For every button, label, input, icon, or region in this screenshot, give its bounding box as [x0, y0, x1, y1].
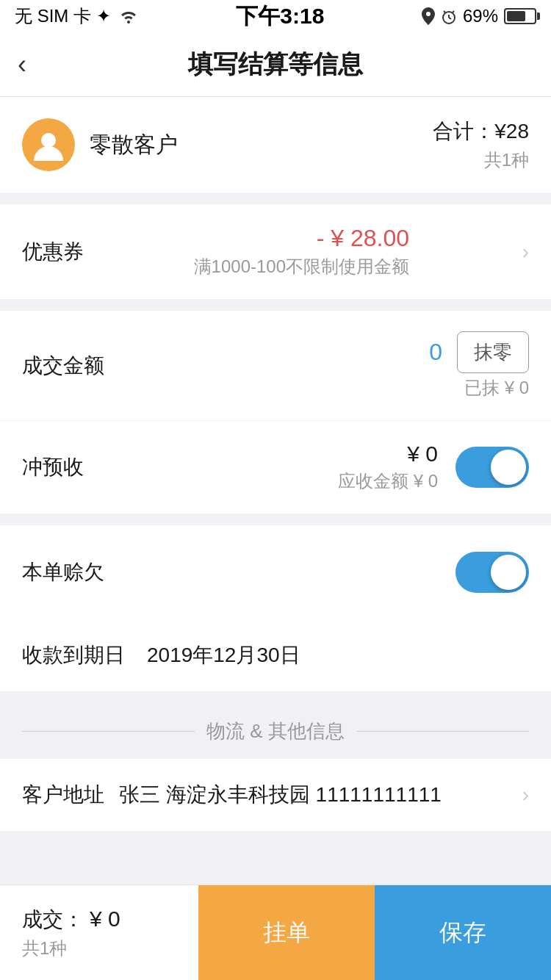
amount-value: 0 [429, 339, 442, 366]
amount-row: 成交金额 0 抹零 已抹 ¥ 0 [0, 311, 551, 421]
status-time: 下午3:18 [236, 1, 324, 32]
customer-total: 合计：¥28 共1种 [433, 118, 529, 172]
wifi-icon [118, 9, 139, 24]
prepay-toggle[interactable] [455, 447, 529, 488]
summary-deal: 成交： ¥ 0 [22, 906, 176, 934]
page-title: 填写结算等信息 [188, 48, 363, 82]
prepay-label: 冲预收 [22, 453, 84, 481]
nav-bar: ‹ 填写结算等信息 [0, 32, 551, 97]
coupon-value: - ¥ 28.00 [194, 225, 409, 252]
content: 零散客户 合计：¥28 共1种 优惠券 - ¥ 28.00 满1000-100不… [0, 97, 551, 938]
location-icon [422, 7, 435, 25]
address-value: 张三 海淀永丰科技园 11111111111 [119, 781, 519, 809]
status-left: 无 SIM 卡 ✦ [15, 4, 139, 28]
sim-label: 无 SIM 卡 ✦ [15, 4, 111, 28]
amount-sub: 已抹 ¥ 0 [464, 376, 529, 400]
address-row[interactable]: 客户地址 张三 海淀永丰科技园 11111111111 › [0, 759, 551, 831]
credit-row: 本单赊欠 [0, 525, 551, 619]
total-count: 共1种 [433, 148, 529, 172]
svg-point-3 [41, 133, 56, 148]
due-date-section: 收款到期日 2019年12月30日 [0, 619, 551, 692]
due-date-value: 2019年12月30日 [147, 641, 300, 669]
hold-button[interactable]: 挂单 [198, 885, 375, 980]
customer-left: 零散客户 [22, 118, 178, 171]
credit-toggle[interactable] [455, 552, 529, 593]
amount-section: 成交金额 0 抹零 已抹 ¥ 0 冲预收 ¥ 0 应收金额 ¥ 0 [0, 311, 551, 514]
bottom-actions: 挂单 保存 [198, 885, 551, 980]
prepay-right: ¥ 0 应收金额 ¥ 0 [338, 442, 529, 493]
battery-icon [504, 8, 536, 24]
toggle-knob [491, 450, 526, 485]
prepay-amount: ¥ 0 [338, 442, 438, 466]
prepay-sub: 应收金额 ¥ 0 [338, 469, 438, 493]
user-icon [32, 129, 65, 161]
divider-line-left [22, 731, 195, 732]
back-button[interactable]: ‹ [18, 49, 26, 80]
deal-label: 成交： [22, 906, 84, 934]
credit-label: 本单赊欠 [22, 558, 104, 586]
prepay-row: 冲预收 ¥ 0 应收金额 ¥ 0 [0, 421, 551, 514]
coupon-right: - ¥ 28.00 满1000-100不限制使用金额 [194, 225, 409, 278]
logistics-divider: 物流 & 其他信息 [0, 704, 551, 759]
coupon-label: 优惠券 [22, 238, 84, 266]
summary-count: 共1种 [22, 937, 176, 960]
deal-amount: ¥ 0 [90, 907, 120, 932]
amount-right: 0 抹零 [429, 331, 529, 373]
bottom-bar: 成交： ¥ 0 共1种 挂单 保存 [0, 884, 551, 980]
status-bar: 无 SIM 卡 ✦ 下午3:18 69% [0, 0, 551, 32]
address-section: 客户地址 张三 海淀永丰科技园 11111111111 › [0, 759, 551, 831]
alarm-icon [441, 8, 457, 24]
address-chevron: › [519, 783, 529, 807]
coupon-desc: 满1000-100不限制使用金额 [194, 255, 409, 278]
customer-row: 零散客户 合计：¥28 共1种 [0, 97, 551, 192]
svg-line-2 [449, 18, 451, 19]
bottom-summary: 成交： ¥ 0 共1种 [0, 906, 198, 960]
status-right: 69% [422, 6, 536, 26]
prepay-amount-block: ¥ 0 应收金额 ¥ 0 [338, 442, 438, 493]
toggle-knob-credit [491, 555, 526, 590]
logistics-label: 物流 & 其他信息 [206, 718, 345, 744]
address-chevron-icon: › [522, 783, 529, 807]
amount-label: 成交金额 [22, 352, 104, 380]
avatar [22, 118, 75, 171]
round-button[interactable]: 抹零 [457, 331, 529, 373]
coupon-row[interactable]: 优惠券 - ¥ 28.00 满1000-100不限制使用金额 › [0, 204, 551, 299]
due-date-row[interactable]: 收款到期日 2019年12月30日 [0, 619, 551, 692]
total-amount: 合计：¥28 [433, 118, 529, 145]
address-label: 客户地址 [22, 781, 104, 809]
chevron-right-icon: › [522, 240, 529, 264]
save-button[interactable]: 保存 [375, 885, 551, 980]
credit-section: 本单赊欠 [0, 525, 551, 619]
divider-line-right [356, 731, 529, 732]
due-date-label: 收款到期日 [22, 641, 125, 669]
battery-label: 69% [463, 6, 498, 26]
customer-name: 零散客户 [90, 130, 178, 160]
coupon-section: 优惠券 - ¥ 28.00 满1000-100不限制使用金额 › [0, 204, 551, 299]
